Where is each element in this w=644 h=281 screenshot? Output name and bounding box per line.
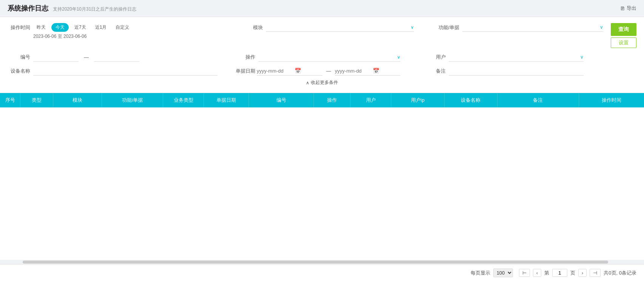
- doc-date-end-wrapper[interactable]: 📅: [335, 66, 401, 76]
- time-btn-1month[interactable]: 近1月: [92, 23, 110, 32]
- action-buttons: 查询 设置: [611, 23, 636, 48]
- page-summary: 共0页, 0条记录: [604, 270, 636, 276]
- empty-area: [0, 107, 644, 213]
- calendar-start-icon[interactable]: 📅: [295, 68, 301, 74]
- col-device: 设备名称: [444, 93, 497, 107]
- page-size-label: 每页显示: [471, 270, 490, 276]
- export-icon: 🖹: [620, 6, 625, 11]
- page-size-select[interactable]: 100 10 20 50: [493, 269, 513, 277]
- col-user-ip: 用户ip: [391, 93, 444, 107]
- pagination-bar: 每页显示 100 10 20 50 ⊢ ‹ 第 页 › ⊣ 共0页, 0条记录: [0, 264, 644, 281]
- page-number-input[interactable]: [552, 269, 567, 277]
- collapse-up-icon: ∧: [306, 80, 309, 85]
- col-operation: 操作: [314, 93, 351, 107]
- time-btn-today[interactable]: 今天: [51, 23, 69, 32]
- col-type: 类型: [20, 93, 53, 107]
- collapse-button[interactable]: ∧ 收起更多条件: [306, 79, 338, 86]
- number-dash: —: [82, 54, 91, 60]
- remark-label: 备注: [415, 68, 446, 75]
- table-header-row: 序号 类型 模块 功能/单据 业务类型 单据日期 编号 操作 用户 用户ip 设…: [0, 93, 644, 107]
- time-label: 操作时间: [8, 24, 30, 31]
- module-chevron-icon: ∨: [411, 25, 414, 30]
- doc-date-label: 单据日期: [233, 68, 255, 75]
- settings-button[interactable]: 设置: [611, 37, 636, 48]
- operation-label: 操作: [233, 54, 255, 61]
- function-select-wrapper[interactable]: ∨: [462, 23, 603, 32]
- doc-date-dash: —: [324, 68, 334, 74]
- col-module: 模块: [53, 93, 102, 107]
- export-button[interactable]: 🖹 导出: [620, 5, 636, 12]
- time-range-display: 2023-06-06 至 2023-06-06: [8, 33, 86, 40]
- col-function: 功能/单据: [102, 93, 163, 107]
- module-select-wrapper[interactable]: ∨: [266, 23, 414, 32]
- number-label: 编号: [8, 54, 30, 61]
- filter-area: 操作时间 昨天 今天 近7天 近1月 自定义 2023-06-06 至 2023…: [0, 17, 644, 93]
- col-number: 编号: [249, 93, 314, 107]
- doc-date-end-input[interactable]: [335, 68, 373, 74]
- time-group: 昨天 今天 近7天 近1月 自定义: [33, 23, 133, 32]
- next-page-button[interactable]: ›: [578, 269, 587, 277]
- col-doc-date: 单据日期: [204, 93, 249, 107]
- collapse-row: ∧ 收起更多条件: [8, 77, 636, 89]
- user-label: 用户: [415, 54, 446, 61]
- remark-input[interactable]: [449, 67, 584, 76]
- page-label: 第: [544, 270, 549, 276]
- doc-date-start-wrapper[interactable]: 📅: [257, 66, 323, 76]
- col-seq: 序号: [0, 93, 20, 107]
- user-chevron-icon: ∨: [580, 54, 584, 60]
- time-btn-yesterday[interactable]: 昨天: [33, 23, 49, 32]
- time-btn-7days[interactable]: 近7天: [71, 23, 90, 32]
- query-button[interactable]: 查询: [611, 23, 636, 36]
- prev-page-button[interactable]: ‹: [533, 269, 541, 277]
- function-chevron-icon: ∨: [600, 25, 603, 30]
- col-op-time: 操作时间: [579, 93, 644, 107]
- first-page-button[interactable]: ⊢: [519, 269, 530, 277]
- time-btn-custom[interactable]: 自定义: [112, 23, 133, 32]
- page-title: 系统操作日志: [8, 4, 48, 13]
- scrollbar-area[interactable]: [0, 260, 644, 264]
- module-label: 模块: [240, 24, 263, 31]
- col-biz-type: 业务类型: [163, 93, 204, 107]
- last-page-button[interactable]: ⊣: [590, 269, 601, 277]
- page-subtitle: 支持2020年10月31日之后产生的操作日志: [53, 6, 136, 12]
- operation-select-wrapper[interactable]: ∨: [258, 53, 401, 62]
- doc-date-start-input[interactable]: [257, 68, 295, 74]
- number-input-from[interactable]: [33, 53, 79, 62]
- scrollbar-thumb[interactable]: [23, 261, 608, 264]
- col-remark: 备注: [497, 93, 579, 107]
- operation-chevron-icon: ∨: [397, 54, 400, 60]
- device-input[interactable]: [33, 67, 218, 76]
- page-title-area: 系统操作日志 支持2020年10月31日之后产生的操作日志: [8, 4, 136, 13]
- data-table: 序号 类型 模块 功能/单据 业务类型 单据日期 编号 操作 用户 用户ip 设…: [0, 93, 644, 107]
- page-unit: 页: [570, 270, 575, 276]
- table-area: 序号 类型 模块 功能/单据 业务类型 单据日期 编号 操作 用户 用户ip 设…: [0, 93, 644, 260]
- number-input-to[interactable]: [94, 53, 139, 62]
- col-user: 用户: [351, 93, 391, 107]
- user-select-wrapper[interactable]: ∨: [449, 53, 584, 62]
- calendar-end-icon[interactable]: 📅: [373, 68, 379, 74]
- device-label: 设备名称: [8, 68, 30, 75]
- function-label: 功能/单据: [429, 24, 459, 31]
